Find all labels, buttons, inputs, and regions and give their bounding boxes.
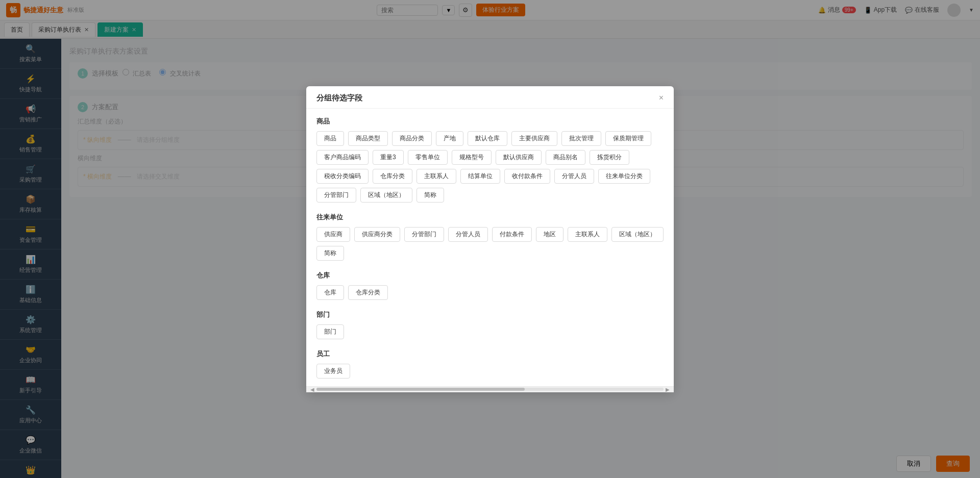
modal-overlay: 分组待选字段 × 商品 商品 商品类型 商品分类 产地 默认仓库 主要供应商 批… — [0, 0, 980, 478]
field-tag-goods-24[interactable]: 简称 — [416, 188, 444, 203]
goods-section: 商品 商品 商品类型 商品分类 产地 默认仓库 主要供应商 批次管理 保质期管理… — [316, 117, 664, 203]
field-tag-goods-18[interactable]: 结算单位 — [460, 169, 500, 184]
modal-title: 分组待选字段 — [316, 93, 362, 103]
modal-scrollbar[interactable]: ◀ ▶ — [306, 386, 674, 392]
field-tag-goods-2[interactable]: 商品分类 — [392, 131, 432, 146]
field-tag-goods-7[interactable]: 保质期管理 — [605, 131, 651, 146]
goods-section-title: 商品 — [316, 117, 664, 126]
field-tag-goods-10[interactable]: 零售单位 — [408, 150, 448, 165]
field-tag-goods-3[interactable]: 产地 — [436, 131, 463, 146]
field-tag-dept-0[interactable]: 部门 — [316, 324, 344, 339]
field-tag-partner-0[interactable]: 供应商 — [316, 227, 350, 242]
scroll-track — [316, 388, 664, 391]
modal-body: 商品 商品 商品类型 商品分类 产地 默认仓库 主要供应商 批次管理 保质期管理… — [306, 109, 674, 386]
field-tag-goods-16[interactable]: 仓库分类 — [373, 169, 412, 184]
partner-field-tags: 供应商 供应商分类 分管部门 分管人员 付款条件 地区 主联系人 区域（地区） … — [316, 227, 664, 261]
field-tag-goods-11[interactable]: 规格型号 — [452, 150, 492, 165]
field-selector-modal: 分组待选字段 × 商品 商品 商品类型 商品分类 产地 默认仓库 主要供应商 批… — [306, 86, 674, 392]
field-tag-goods-4[interactable]: 默认仓库 — [468, 131, 507, 146]
scroll-right-arrow[interactable]: ▶ — [664, 387, 672, 392]
field-tag-partner-6[interactable]: 主联系人 — [568, 227, 607, 242]
field-tag-goods-9[interactable]: 重量3 — [373, 150, 404, 165]
modal-header: 分组待选字段 × — [306, 86, 674, 109]
goods-field-tags: 商品 商品类型 商品分类 产地 默认仓库 主要供应商 批次管理 保质期管理 客户… — [316, 131, 664, 203]
field-tag-goods-15[interactable]: 税收分类编码 — [316, 169, 369, 184]
employee-field-tags: 业务员 — [316, 364, 664, 379]
field-tag-partner-7[interactable]: 区域（地区） — [611, 227, 664, 242]
department-field-tags: 部门 — [316, 324, 664, 339]
field-tag-partner-4[interactable]: 付款条件 — [492, 227, 532, 242]
field-tag-emp-0[interactable]: 业务员 — [316, 364, 350, 379]
field-tag-goods-12[interactable]: 默认供应商 — [496, 150, 542, 165]
warehouse-section-title: 仓库 — [316, 271, 664, 280]
partner-section-title: 往来单位 — [316, 213, 664, 222]
warehouse-section: 仓库 仓库 仓库分类 — [316, 271, 664, 300]
employee-section: 员工 业务员 — [316, 349, 664, 379]
field-tag-goods-13[interactable]: 商品别名 — [546, 150, 585, 165]
field-tag-goods-1[interactable]: 商品类型 — [348, 131, 388, 146]
modal-close-btn[interactable]: × — [659, 93, 664, 103]
warehouse-field-tags: 仓库 仓库分类 — [316, 285, 664, 300]
field-tag-goods-8[interactable]: 客户商品编码 — [316, 150, 369, 165]
department-section-title: 部门 — [316, 310, 664, 319]
field-tag-partner-1[interactable]: 供应商分类 — [354, 227, 400, 242]
department-section: 部门 部门 — [316, 310, 664, 339]
field-tag-partner-8[interactable]: 简称 — [316, 246, 344, 261]
field-tag-warehouse-1[interactable]: 仓库分类 — [348, 285, 388, 300]
field-tag-partner-3[interactable]: 分管人员 — [448, 227, 488, 242]
scroll-thumb — [316, 388, 525, 391]
field-tag-partner-2[interactable]: 分管部门 — [404, 227, 444, 242]
partner-section: 往来单位 供应商 供应商分类 分管部门 分管人员 付款条件 地区 主联系人 区域… — [316, 213, 664, 261]
field-tag-goods-5[interactable]: 主要供应商 — [511, 131, 557, 146]
employee-section-title: 员工 — [316, 349, 664, 359]
scroll-left-arrow[interactable]: ◀ — [308, 387, 316, 392]
field-tag-goods-6[interactable]: 批次管理 — [561, 131, 601, 146]
field-tag-goods-14[interactable]: 拣货积分 — [590, 150, 629, 165]
field-tag-partner-5[interactable]: 地区 — [536, 227, 564, 242]
field-tag-goods-21[interactable]: 往来单位分类 — [598, 169, 650, 184]
field-tag-goods-19[interactable]: 收付款条件 — [504, 169, 550, 184]
field-tag-warehouse-0[interactable]: 仓库 — [316, 285, 344, 300]
field-tag-goods-17[interactable]: 主联系人 — [416, 169, 456, 184]
field-tag-goods-23[interactable]: 区域（地区） — [360, 188, 412, 203]
field-tag-goods-20[interactable]: 分管人员 — [554, 169, 594, 184]
field-tag-goods-22[interactable]: 分管部门 — [316, 188, 356, 203]
field-tag-goods-0[interactable]: 商品 — [316, 131, 344, 146]
